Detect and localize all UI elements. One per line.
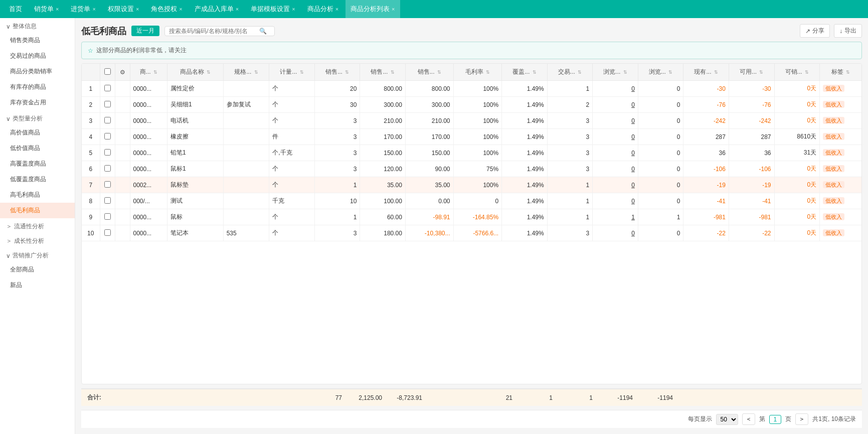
nav-template-close[interactable]: × [292,6,295,12]
col-coverage[interactable]: 覆盖... ⇅ [502,64,548,81]
row-checkbox[interactable] [104,149,111,156]
col-unit[interactable]: 计量... ⇅ [269,64,315,81]
row-checkbox[interactable] [104,133,111,139]
sidebar-item-low-margin[interactable]: 低毛利商品 [0,203,75,218]
col-sales-price[interactable]: 销售... ⇅ [360,64,406,81]
col-views2[interactable]: 浏览... ⇅ [638,64,683,81]
sidebar-group-marketing[interactable]: ∨ 营销推广分析 [0,247,75,262]
col-views1[interactable]: 浏览... ⇅ [593,64,638,81]
sort-avail[interactable]: ⇅ [759,70,763,75]
sort-qty[interactable]: ⇅ [345,70,349,75]
search-input[interactable] [169,28,259,35]
cell-checkbox[interactable] [100,145,115,161]
nav-purchase[interactable]: 进货单 × [66,0,100,18]
cell-views1[interactable]: 0 [593,225,638,241]
export-button[interactable]: ↓ 导出 [834,24,862,38]
sort-views2[interactable]: ⇅ [668,70,672,75]
col-code[interactable]: 商... ⇅ [130,64,167,81]
cell-checkbox[interactable] [100,177,115,193]
period-button[interactable]: 近一月 [131,26,159,36]
sidebar-group-circulation[interactable]: ＞ 流通性分析 [0,218,75,233]
sort-trans[interactable]: ⇅ [578,70,582,75]
prev-page-button[interactable]: ＜ [742,413,755,425]
next-page-button[interactable]: ＞ [795,413,808,425]
sidebar-item-traded-goods[interactable]: 交易过的商品 [0,48,75,64]
nav-permissions-close[interactable]: × [136,6,139,12]
sidebar-item-high-coverage[interactable]: 高覆盖度商品 [0,156,75,172]
nav-storage-close[interactable]: × [236,6,239,12]
nav-analysis[interactable]: 商品分析 × [302,0,343,18]
row-checkbox[interactable] [104,229,111,236]
nav-sales[interactable]: 销货单 × [29,0,64,18]
sidebar-item-category-rate[interactable]: 商品分类助销率 [0,64,75,79]
cell-views1[interactable]: 0 [593,97,638,113]
sort-stock[interactable]: ⇅ [714,70,718,75]
sidebar-item-all-goods[interactable]: 全部商品 [0,262,75,277]
cell-checkbox[interactable] [100,113,115,129]
row-checkbox[interactable] [104,197,111,204]
row-checkbox[interactable] [104,165,111,172]
cell-views1[interactable]: 0 [593,193,638,209]
nav-purchase-close[interactable]: × [92,6,95,12]
sidebar-group-growth[interactable]: ＞ 成长性分析 [0,233,75,247]
sidebar-item-low-value[interactable]: 低价值商品 [0,140,75,156]
nav-analysis-list[interactable]: 商品分析列表 × [345,0,400,18]
cell-checkbox[interactable] [100,161,115,177]
row-checkbox[interactable] [104,181,111,188]
row-checkbox[interactable] [104,101,111,107]
col-settings[interactable]: ⚙ [115,64,130,81]
nav-analysis-list-close[interactable]: × [392,6,395,12]
cell-views1[interactable]: 0 [593,161,638,177]
sort-tag[interactable]: ⇅ [846,70,850,75]
cell-views1[interactable]: 0 [593,113,638,129]
sort-saleable[interactable]: ⇅ [805,70,809,75]
sort-coverage[interactable]: ⇅ [533,70,537,75]
nav-permissions[interactable]: 权限设置 × [103,0,144,18]
col-checkbox[interactable] [100,64,115,81]
row-checkbox[interactable] [104,213,111,220]
share-button[interactable]: ↗ 分享 [800,24,830,38]
cell-checkbox[interactable] [100,209,115,225]
col-available[interactable]: 可用... ⇅ [729,64,774,81]
nav-home[interactable]: 首页 [4,0,27,18]
select-all-checkbox[interactable] [104,68,111,75]
nav-storage[interactable]: 产成品入库单 × [190,0,244,18]
cell-views1[interactable]: 0 [593,81,638,97]
sort-views1[interactable]: ⇅ [623,70,627,75]
settings-icon[interactable]: ⚙ [120,69,125,76]
search-box[interactable]: 🔍 [164,26,275,36]
cell-checkbox[interactable] [100,193,115,209]
cell-checkbox[interactable] [100,225,115,241]
sort-price[interactable]: ⇅ [391,70,395,75]
sidebar-item-high-value[interactable]: 高价值商品 [0,125,75,140]
nav-roles-close[interactable]: × [179,6,182,12]
col-current-stock[interactable]: 现有... ⇅ [683,64,729,81]
sidebar-item-sales-goods[interactable]: 销售类商品 [0,33,75,48]
sidebar-item-new-goods[interactable]: 新品 [0,277,75,293]
col-transactions[interactable]: 交易... ⇅ [547,64,593,81]
cell-views1[interactable]: 0 [593,177,638,193]
sort-name[interactable]: ⇅ [207,70,211,75]
nav-roles[interactable]: 角色授权 × [146,0,187,18]
col-sales-qty[interactable]: 销售... ⇅ [314,64,360,81]
col-saleable[interactable]: 可销... ⇅ [774,64,820,81]
row-checkbox[interactable] [104,117,111,123]
sort-spec[interactable]: ⇅ [254,70,258,75]
sort-code[interactable]: ⇅ [153,70,157,75]
col-sales-amount[interactable]: 销售... ⇅ [405,64,453,81]
sidebar-group-overall[interactable]: ∨ 整体信息 [0,18,75,33]
cell-checkbox[interactable] [100,81,115,97]
sort-unit[interactable]: ⇅ [300,70,304,75]
cell-views1[interactable]: 1 [593,209,638,225]
row-checkbox[interactable] [104,85,111,91]
cell-checkbox[interactable] [100,129,115,145]
sidebar-item-high-margin[interactable]: 高毛利商品 [0,187,75,203]
sidebar-item-low-coverage[interactable]: 低覆盖度商品 [0,172,75,187]
search-icon[interactable]: 🔍 [259,28,267,35]
sidebar-item-in-stock[interactable]: 有库存的商品 [0,79,75,95]
sort-margin[interactable]: ⇅ [486,70,490,75]
sort-amount[interactable]: ⇅ [437,70,441,75]
cell-views1[interactable]: 0 [593,145,638,161]
col-spec[interactable]: 规格... ⇅ [223,64,269,81]
col-tag[interactable]: 标签 ⇅ [820,64,861,81]
